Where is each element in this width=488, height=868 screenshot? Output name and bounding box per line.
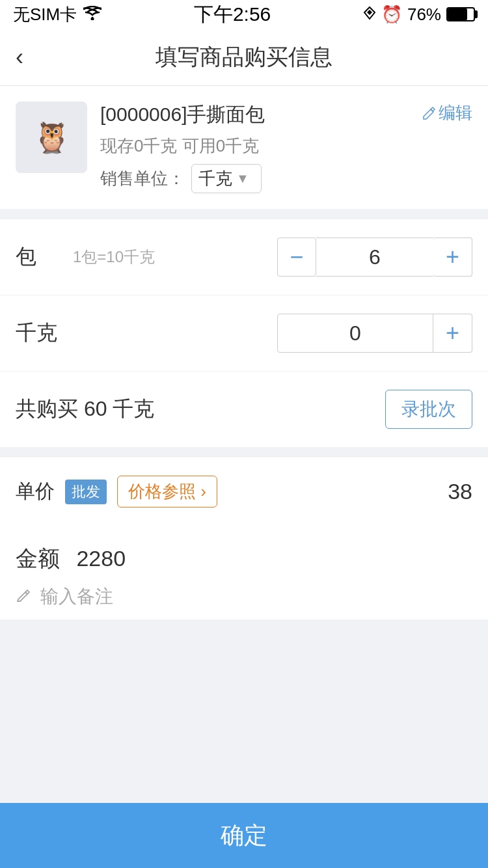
status-bar: 无SIM卡 下午2:56 ⏰ 76% [0, 0, 488, 29]
battery-pct: 76% [407, 5, 441, 25]
carrier-text: 无SIM卡 [13, 3, 77, 26]
status-right: ⏰ 76% [363, 5, 475, 25]
unit-label: 销售单位： [100, 167, 185, 190]
unit-chevron-icon: ▼ [236, 171, 249, 186]
kg-increment-button[interactable]: + [433, 314, 472, 353]
edit-label: 编辑 [439, 102, 472, 124]
svg-point-0 [91, 17, 94, 20]
kg-quantity-control: + [277, 314, 472, 353]
unit-value: 千克 [198, 167, 232, 190]
product-logo: 🦉 [33, 120, 70, 155]
divider-2 [0, 447, 488, 457]
edit-button[interactable]: 编辑 [422, 102, 472, 124]
unit-select[interactable]: 千克 ▼ [191, 164, 262, 193]
nav-bar: ‹ 填写商品购买信息 [0, 29, 488, 86]
price-tag-batch: 批发 [65, 480, 107, 504]
total-text: 共购买 60 千克 [16, 395, 154, 424]
alarm-icon: ⏰ [381, 5, 402, 25]
status-time: 下午2:56 [194, 1, 271, 28]
divider-1 [0, 209, 488, 219]
price-value: 38 [448, 479, 472, 504]
kg-label: 千克 [16, 319, 68, 347]
bao-label: 包 [16, 243, 68, 271]
bao-hint: 1包=10千克 [73, 247, 277, 267]
total-row: 共购买 60 千克 录批次 [0, 372, 488, 447]
remark-placeholder: 输入备注 [40, 584, 113, 609]
kg-quantity-row: 千克 + [0, 295, 488, 372]
product-info: [0000006]手撕面包 编辑 现存0千克 可用0千克 销售单位： 千克 ▼ [100, 102, 472, 193]
bao-increment-button[interactable]: + [433, 237, 472, 277]
bao-quantity-row: 包 1包=10千克 − + [0, 219, 488, 295]
product-stock: 现存0千克 可用0千克 [100, 135, 472, 157]
remark-row[interactable]: 输入备注 [16, 584, 472, 619]
product-unit-row: 销售单位： 千克 ▼ [100, 164, 472, 193]
price-section: 单价 批发 价格参照 › 38 [0, 457, 488, 526]
battery-icon [446, 7, 475, 21]
product-section: 🦉 [0000006]手撕面包 编辑 现存0千克 可用0千克 销售单位： 千克 … [0, 86, 488, 209]
page-title: 填写商品购买信息 [156, 42, 332, 72]
price-ref-button[interactable]: 价格参照 › [117, 476, 217, 508]
confirm-button[interactable]: 确定 [0, 803, 488, 868]
wifi-icon [83, 5, 102, 25]
location-icon [363, 5, 376, 25]
kg-quantity-input[interactable] [277, 314, 433, 353]
status-left: 无SIM卡 [13, 3, 102, 26]
quantity-section: 包 1包=10千克 − + 千克 + 共购买 60 千克 录批次 [0, 219, 488, 447]
amount-label: 金额 [16, 546, 60, 571]
amount-section: 金额 2280 输入备注 [0, 526, 488, 619]
bao-decrement-button[interactable]: − [277, 237, 316, 277]
bao-quantity-input[interactable] [316, 237, 433, 277]
price-label: 单价 [16, 478, 55, 505]
bao-quantity-control: − + [277, 237, 472, 277]
amount-value: 2280 [76, 546, 126, 571]
batch-button[interactable]: 录批次 [385, 390, 472, 429]
product-name: [0000006]手撕面包 [100, 102, 265, 128]
amount-text: 金额 2280 [16, 544, 472, 574]
product-image: 🦉 [16, 102, 87, 173]
pencil-icon [16, 586, 33, 608]
back-button[interactable]: ‹ [16, 46, 23, 69]
